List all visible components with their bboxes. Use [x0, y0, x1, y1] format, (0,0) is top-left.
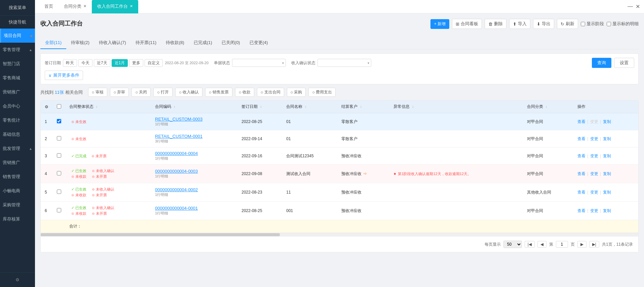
op-view[interactable]: 查看 — [577, 190, 585, 195]
op-view[interactable]: 查看 — [577, 154, 585, 158]
action-income-confirm[interactable]: ○ 收入确认 — [175, 88, 202, 97]
expand-filter-button[interactable]: ∨ 展开更多条件 — [45, 71, 83, 80]
col-code[interactable]: 合同编码 ↕ — [151, 100, 237, 113]
show-phase-checkbox[interactable]: 显示阶段 — [581, 21, 604, 27]
op-copy[interactable]: 复制 — [603, 171, 611, 176]
col-checkbox[interactable] — [53, 100, 65, 113]
op-view[interactable]: 查看 — [577, 171, 585, 176]
contract-code-link[interactable]: 0000000000004-0004 — [155, 151, 233, 156]
sidebar-search[interactable]: 搜索菜单 — [0, 0, 35, 16]
tab-contract-category-close[interactable]: ✕ — [83, 4, 86, 8]
row-check[interactable] — [53, 113, 65, 130]
contract-code-link[interactable]: 0000000000004-0002 — [155, 187, 233, 192]
row-check[interactable] — [53, 202, 65, 220]
op-copy[interactable]: 复制 — [603, 208, 611, 213]
row-check[interactable] — [53, 130, 65, 148]
row-checkbox[interactable] — [57, 208, 61, 212]
sidebar-quicknav[interactable]: 快捷导航 — [0, 16, 35, 29]
status-select[interactable] — [232, 59, 286, 67]
filter-tab-pending-confirm[interactable]: 待收入确认(7) — [94, 37, 131, 49]
row-check[interactable] — [53, 148, 65, 165]
sidebar-item-purchase[interactable]: 采购管理 — [0, 198, 35, 212]
contract-code-link[interactable]: 0000000000004-0003 — [155, 169, 233, 174]
contract-code-link[interactable]: 0000000000004-0001 — [155, 206, 233, 211]
filter-tab-changed[interactable]: 已变更(4) — [245, 37, 273, 49]
sidebar-item-smart-store[interactable]: 智慧门店 — [0, 57, 35, 71]
tab-close-icon[interactable]: ✕ — [636, 3, 640, 10]
sidebar-item-wholesale[interactable]: 批发管理 ▲ — [0, 141, 35, 156]
sidebar-item-inventory[interactable]: 库存核算 — [0, 212, 35, 226]
action-expense[interactable]: ○ 费用支出 — [308, 88, 336, 97]
sidebar-item-retail-stats[interactable]: 零售统计 — [0, 113, 35, 127]
filter-tab-pending-review[interactable]: 待审核(2) — [66, 37, 94, 49]
confirm-select[interactable] — [317, 59, 371, 67]
row-checkbox[interactable] — [57, 153, 61, 158]
row-checkbox[interactable] — [57, 171, 61, 175]
row-checkbox[interactable] — [57, 119, 61, 123]
sidebar-item-project-contract[interactable]: 项目合同 ◀ — [0, 29, 35, 43]
col-exception[interactable]: 异常信息 ↕ — [389, 100, 523, 113]
op-copy[interactable]: 复制 — [603, 136, 611, 141]
row-check[interactable] — [53, 165, 65, 183]
select-all-checkbox[interactable] — [57, 104, 61, 109]
date-btn-7days[interactable]: 近7天 — [94, 59, 110, 67]
op-change[interactable]: 变更 — [590, 136, 598, 141]
show-phase-input[interactable] — [581, 22, 585, 26]
sidebar-item-retail-mgmt[interactable]: 零售管理 ▲ — [0, 43, 35, 57]
col-date[interactable]: 签订日期 ↕ — [237, 100, 282, 113]
row-checkbox[interactable] — [57, 190, 61, 194]
filter-tab-completed[interactable]: 已完成(1) — [189, 37, 217, 49]
action-close[interactable]: ○ 关闭 — [131, 88, 151, 97]
contract-code-link[interactable]: RETAIL_CUSTOM-0001 — [155, 134, 233, 139]
col-name[interactable]: 合同名称 ↕ — [282, 100, 337, 113]
op-copy[interactable]: 复制 — [603, 154, 611, 158]
page-number-input[interactable] — [556, 241, 568, 248]
tab-home[interactable]: 首页 — [39, 0, 59, 13]
filter-tab-pending-invoice[interactable]: 待开票(11) — [131, 37, 161, 49]
action-expense-contract[interactable]: ○ 支出合同 — [257, 88, 284, 97]
count-link[interactable]: 11张 — [55, 90, 64, 95]
tab-income-contract[interactable]: 收入合同工作台 ✕ — [92, 0, 138, 13]
sidebar-item-ecommerce[interactable]: 小畅电商 — [0, 184, 35, 198]
op-view[interactable]: 查看 — [577, 208, 585, 213]
show-detail-input[interactable] — [607, 22, 611, 26]
op-change[interactable]: 变更 — [590, 154, 598, 158]
date-btn-yesterday[interactable]: 昨天 — [63, 59, 77, 67]
export-button[interactable]: ⬇ 导出 — [533, 19, 554, 29]
op-view[interactable]: 查看 — [577, 136, 585, 141]
delete-button[interactable]: 🗑 删除 — [485, 19, 506, 29]
op-copy[interactable]: 复制 — [603, 190, 611, 195]
tab-income-contract-close[interactable]: ✕ — [130, 4, 133, 8]
sidebar-item-marketing2[interactable]: 营销推广 — [0, 156, 35, 170]
date-btn-custom[interactable]: 自定义 — [145, 59, 163, 67]
contract-code-link[interactable]: RETAIL_CUSTOM-0003 — [155, 117, 233, 122]
sidebar-item-marketing1[interactable]: 营销推广 — [0, 85, 35, 99]
filter-settings-button[interactable]: 设置 — [614, 58, 634, 68]
op-change[interactable]: 变更 — [590, 208, 598, 213]
tab-contract-category[interactable]: 合同分类 ✕ — [59, 0, 92, 13]
row-check[interactable] — [53, 183, 65, 202]
date-btn-1month[interactable]: 近1月 — [112, 59, 128, 67]
sidebar-item-sales-mgmt[interactable]: 销售管理 — [0, 170, 35, 184]
new-button[interactable]: + 新增 — [430, 19, 449, 29]
sidebar-item-basic-info[interactable]: 基础信息 — [0, 127, 35, 141]
show-detail-checkbox[interactable]: 显示标的明细 — [607, 21, 639, 27]
action-payment[interactable]: ○ 收款 — [235, 88, 254, 97]
tab-minimize-icon[interactable]: — — [628, 3, 633, 10]
query-button[interactable]: 查询 — [592, 58, 611, 68]
filter-tab-all[interactable]: 全部(11) — [40, 37, 66, 49]
sidebar-item-member[interactable]: 会员中心 — [0, 99, 35, 113]
horizontal-scrollbar[interactable] — [41, 233, 280, 236]
op-change[interactable]: 变更 — [590, 171, 598, 176]
refresh-button[interactable]: ↻ 刷新 — [557, 19, 578, 29]
op-copy[interactable]: 复制 — [603, 119, 611, 124]
sidebar-settings[interactable]: ⚙ — [0, 272, 35, 287]
page-size-select[interactable]: 50 100 200 — [503, 241, 522, 248]
action-open[interactable]: ○ 打开 — [153, 88, 173, 97]
import-button[interactable]: ⬆ 导入 — [509, 19, 530, 29]
page-next-button[interactable]: ▶ — [577, 241, 586, 248]
action-abandon[interactable]: ○ 弃审 — [110, 88, 129, 97]
action-sales-invoice[interactable]: ○ 销售发票 — [205, 88, 232, 97]
date-btn-more[interactable]: 更多 — [129, 59, 143, 67]
page-last-button[interactable]: ▶| — [589, 241, 599, 248]
